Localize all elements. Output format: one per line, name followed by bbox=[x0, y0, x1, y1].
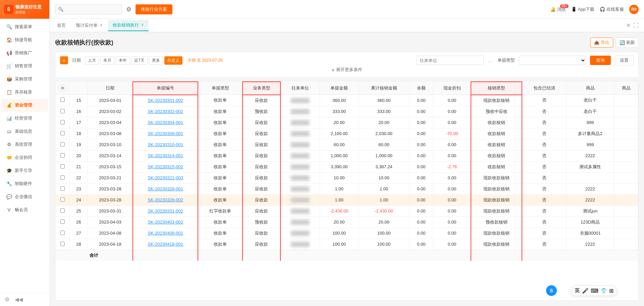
sidebar-item-system[interactable]: ⚙ 系统管理 bbox=[1, 138, 48, 151]
table-cell[interactable]: SK-20230403-002 bbox=[133, 217, 198, 228]
date-btn-本年[interactable]: 本年 bbox=[116, 56, 130, 65]
sidebar-item-purchase[interactable]: 📦 采购管理 bbox=[1, 73, 48, 85]
col-settings-header[interactable]: ⚙ bbox=[55, 82, 70, 95]
table-cell[interactable]: SK-20230328-001 bbox=[133, 183, 198, 194]
table-row[interactable]: 252023-03-31SK-20230331-002红字收款单应收款█████… bbox=[55, 205, 638, 217]
row-checkbox[interactable] bbox=[60, 120, 65, 124]
unit-input[interactable] bbox=[417, 56, 484, 65]
table-row[interactable]: 172023-03-04SK-20230304-001收款单应收款██████2… bbox=[55, 117, 638, 128]
table-row[interactable]: 152023-03-01SK-20230301-002收款单应收款██████3… bbox=[55, 95, 638, 106]
refresh-button[interactable]: 🔄 刷新 bbox=[616, 38, 639, 48]
row-checkbox[interactable] bbox=[60, 197, 65, 202]
table-cell[interactable]: SK-20230418-001 bbox=[133, 239, 198, 250]
sidebar-item-search[interactable]: 🔍 搜索菜单 bbox=[1, 20, 48, 33]
tab-close-collection-execute[interactable]: ✕ bbox=[141, 23, 144, 27]
type-select[interactable] bbox=[519, 56, 586, 65]
online-service-link[interactable]: 🎧 在线客服 bbox=[600, 6, 624, 12]
sidebar-item-member[interactable]: V 畅会员 bbox=[1, 203, 48, 216]
row-checkbox[interactable] bbox=[60, 208, 65, 213]
row-checkbox[interactable] bbox=[60, 153, 65, 158]
export-button[interactable]: 📤 导出 bbox=[590, 38, 613, 48]
row-checkbox[interactable] bbox=[60, 98, 65, 102]
sidebar-item-sales[interactable]: 🛒 销售管理 bbox=[1, 60, 48, 72]
experience-button[interactable]: 体验行业方案 bbox=[136, 4, 172, 14]
table-cell[interactable]: SK-20230321-003 bbox=[133, 172, 198, 183]
sidebar-item-finance[interactable]: 💰 资金管理 bbox=[1, 99, 48, 112]
table-row[interactable]: 212023-03-15SK-20230315-002收款单应收款██████3… bbox=[55, 161, 638, 172]
table-cell[interactable]: SK-20230304-001 bbox=[133, 117, 198, 128]
sidebar-settings-icon[interactable]: ⚙ bbox=[5, 296, 9, 303]
date-btn-近7天[interactable]: 近7天 bbox=[131, 56, 148, 65]
expand-more-button[interactable]: ∨ 展开更多条件 bbox=[60, 65, 634, 74]
table-cell[interactable]: SK-20230331-002 bbox=[133, 205, 198, 217]
user-avatar[interactable]: Rit bbox=[629, 5, 639, 14]
row-checkbox[interactable] bbox=[60, 242, 65, 246]
date-btn-本月[interactable]: 本月 bbox=[100, 56, 114, 65]
table-row[interactable]: 182023-03-08SK-20230308-001收款单应收款██████2… bbox=[55, 128, 638, 139]
floating-toolbar-icon[interactable]: 🎤 bbox=[582, 288, 589, 294]
sidebar-collapse-icon[interactable]: ◀◀ bbox=[15, 296, 23, 303]
sidebar-item-operation[interactable]: 📊 经营管理 bbox=[1, 112, 48, 125]
floating-toolbar-icon[interactable]: ⌨ bbox=[591, 288, 598, 294]
settings-icon[interactable]: ⚙ bbox=[126, 6, 131, 13]
table-cell: 0.00 bbox=[433, 183, 471, 194]
filter-toggle-button[interactable]: » bbox=[60, 56, 68, 64]
date-btn-上月[interactable]: 上月 bbox=[85, 56, 99, 65]
table-cell: 0.00 bbox=[409, 194, 433, 205]
table-row[interactable]: 272023-04-08SK-20230408-001收款单应收款██████1… bbox=[55, 228, 638, 239]
notification-icon-area[interactable]: 🔔 消息 99+ bbox=[550, 6, 566, 12]
table-row[interactable]: 262023-04-03SK-20230403-002收款单预收款██████2… bbox=[55, 217, 638, 228]
table-row[interactable]: 222023-03-21SK-20230321-003收款单应收款██████1… bbox=[55, 172, 638, 183]
date-btn-custom[interactable]: 自定义 bbox=[164, 56, 182, 65]
table-row[interactable]: 192023-03-10SK-20230310-001收款单应收款██████6… bbox=[55, 139, 638, 150]
table-cell[interactable]: SK-20230302-002 bbox=[133, 106, 198, 117]
table-row[interactable]: 242023-03-28SK-20230328-002收款单应收款██████1… bbox=[55, 194, 638, 205]
row-checkbox[interactable] bbox=[60, 186, 65, 191]
table-cell[interactable]: SK-20230310-001 bbox=[133, 139, 198, 150]
table-cell[interactable]: SK-20230328-002 bbox=[133, 194, 198, 205]
floating-toolbar-icon[interactable]: 英 bbox=[575, 287, 580, 294]
table-cell[interactable]: SK-20230301-002 bbox=[133, 95, 198, 106]
table-cell: 0.00 bbox=[409, 205, 433, 217]
row-checkbox[interactable] bbox=[60, 142, 65, 146]
sidebar-item-basic[interactable]: 🗂 基础信息 bbox=[1, 125, 48, 138]
footer-label: 合计 bbox=[55, 250, 133, 261]
sidebar-item-quick-nav[interactable]: 🏠 快捷导航 bbox=[1, 34, 48, 46]
tab-collection-execute[interactable]: 收款核销执行✕ bbox=[108, 20, 149, 31]
sidebar-item-wechat[interactable]: 💬 企业微信 bbox=[1, 190, 48, 203]
table-cell[interactable]: SK-20230315-002 bbox=[133, 161, 198, 172]
tab-close-all-icon[interactable]: ✕ bbox=[626, 22, 631, 28]
query-button[interactable]: 查询 bbox=[590, 56, 611, 65]
sidebar-item-marketing[interactable]: 📢 营销推广 bbox=[1, 47, 48, 59]
row-checkbox[interactable] bbox=[60, 220, 65, 224]
tab-close-prepay[interactable]: ✕ bbox=[100, 23, 103, 27]
table-cell[interactable]: SK-20230314-001 bbox=[133, 150, 198, 161]
sidebar-item-inventory[interactable]: 📋 库存核算 bbox=[1, 86, 48, 99]
sidebar-item-hardware[interactable]: 🔧 智能硬件 bbox=[1, 177, 48, 190]
tab-prepay[interactable]: 预计应付单✕ bbox=[71, 20, 107, 31]
sidebar-item-guide[interactable]: 🎓 新手引导 bbox=[1, 164, 48, 177]
date-btn-更多[interactable]: 更多 bbox=[149, 56, 163, 65]
table-cell: 15 bbox=[70, 95, 88, 106]
table-row[interactable]: 232023-03-28SK-20230328-001收款单应收款██████1… bbox=[55, 183, 638, 194]
table-row[interactable]: 162023-03-02SK-20230302-002收款单预收款██████3… bbox=[55, 106, 638, 117]
sidebar-item-enterprise[interactable]: 🤝 企业协同 bbox=[1, 151, 48, 164]
floating-toolbar-icon[interactable]: ⊞ bbox=[609, 288, 613, 294]
row-checkbox[interactable] bbox=[60, 231, 65, 235]
tab-fullscreen-icon[interactable]: ⛶ bbox=[633, 22, 639, 28]
floating-toolbar-icon[interactable]: 👕 bbox=[600, 288, 607, 294]
tab-home[interactable]: 首页 bbox=[52, 20, 70, 31]
table-row[interactable]: 282023-04-18SK-20230418-001收款单应收款██████1… bbox=[55, 239, 638, 250]
tab-label-collection-execute: 收款核销执行 bbox=[113, 22, 139, 28]
app-download-link[interactable]: 📱 App下载 bbox=[571, 6, 594, 12]
filter-setting-button[interactable]: 设置 bbox=[615, 55, 634, 65]
table-cell[interactable]: SK-20230408-001 bbox=[133, 228, 198, 239]
table-cell[interactable]: SK-20230308-001 bbox=[133, 128, 198, 139]
table-cell: 2023-03-08 bbox=[88, 128, 133, 139]
table-row[interactable]: 202023-03-14SK-20230314-001收款单应收款██████1… bbox=[55, 150, 638, 161]
row-checkbox[interactable] bbox=[60, 164, 65, 169]
row-checkbox[interactable] bbox=[60, 109, 65, 113]
row-checkbox[interactable] bbox=[60, 131, 65, 135]
row-checkbox[interactable] bbox=[60, 175, 65, 180]
header-search-box[interactable]: 🔍 bbox=[55, 4, 122, 14]
